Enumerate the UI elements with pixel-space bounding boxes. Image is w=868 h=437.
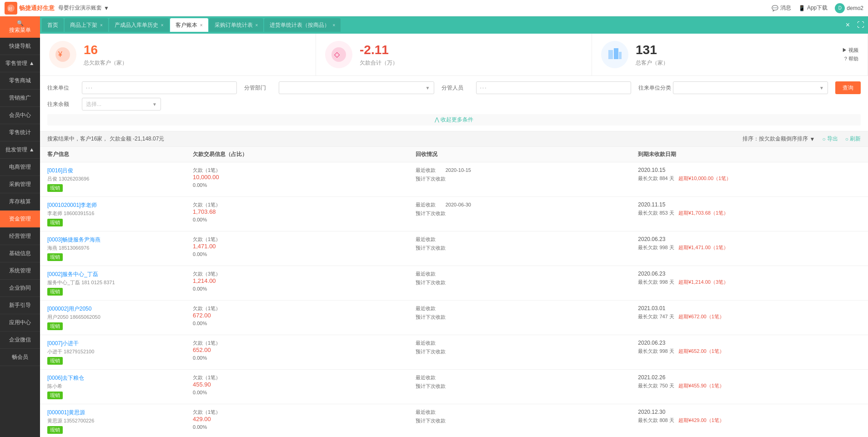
- tab-purchase-stat[interactable]: 进货单统计表（按商品） ×: [264, 18, 341, 32]
- source-unit-input[interactable]: ···: [82, 81, 237, 94]
- debt-info-cell: 欠款（1笔） 429.00 0.00%: [193, 409, 416, 430]
- customer-contact: 李老师 18600391516: [47, 210, 193, 217]
- debt-count: 欠款（3笔）: [193, 271, 416, 277]
- total-customers-label: 总客户（家）: [636, 59, 668, 67]
- overdue-amount-link[interactable]: 超期¥10,000.00（1笔）: [678, 176, 731, 181]
- sidebar-item-retail-mall[interactable]: 零售商城: [0, 72, 40, 90]
- last-collect: 最近收款: [416, 374, 638, 381]
- sidebar-item-system[interactable]: 系统管理: [0, 262, 40, 280]
- export-button[interactable]: ○ 导出: [823, 135, 838, 143]
- app-download-button[interactable]: 📱 App下载: [798, 4, 828, 12]
- overdue-amount-link[interactable]: 超期¥1,471.00（1笔）: [678, 245, 728, 250]
- overdue-amount-link[interactable]: 超期¥672.00（1笔）: [678, 314, 724, 319]
- maximize-button[interactable]: ⛶: [855, 20, 866, 30]
- customer-info-cell: [0006]去下粮仓 陈小希 现销: [47, 374, 193, 399]
- due-date-cell: 2020.11.15 最长欠款 853 天 超期¥1,703.68（1笔）: [638, 201, 861, 216]
- sidebar-item-retail-mgmt[interactable]: 零售管理 ▲: [0, 55, 40, 72]
- overdue-amount-link[interactable]: 超期¥652.00（1笔）: [678, 348, 724, 354]
- mobile-icon: 📱: [798, 5, 805, 11]
- message-button[interactable]: 💬 消息: [772, 4, 791, 12]
- logo-icon: 好: [5, 2, 17, 15]
- filter-source-unit: 往来单位 ···: [47, 81, 237, 94]
- sidebar-label: 企业协同: [9, 285, 31, 291]
- sidebar-label: 零售商城: [9, 77, 31, 84]
- recovery-cell: 最近收款 预计下次收款: [416, 374, 638, 390]
- debt-percent: 0.00%: [193, 286, 416, 291]
- tab-production[interactable]: 产成品入库单历史 ×: [109, 18, 169, 32]
- sidebar-item-quick-nav[interactable]: 快捷导航: [0, 38, 40, 55]
- customer-name-link[interactable]: [0002]服务中心_丁磊: [47, 271, 98, 277]
- recovery-cell: 最近收款 预计下次收款: [416, 340, 638, 355]
- table-row: [000001]黄思源 黄思源 13552700226 现销 欠款（1笔） 42…: [40, 404, 868, 437]
- search-button[interactable]: 查询: [835, 81, 861, 94]
- tab-customer-account[interactable]: 客户账本 ×: [170, 18, 208, 32]
- tab-purchase-order[interactable]: 采购订单统计表 ×: [209, 18, 264, 32]
- export-label: 导出: [827, 135, 838, 143]
- tab-close-icon[interactable]: ×: [200, 23, 203, 28]
- sidebar-item-operation[interactable]: 经营管理: [0, 228, 40, 245]
- sidebar-item-inventory[interactable]: 库存核算: [0, 193, 40, 211]
- customer-name-link[interactable]: [0001020001]李老师: [47, 202, 97, 208]
- collapse-filters-button[interactable]: ⋀ 收起更多条件: [47, 114, 861, 126]
- customer-name-link[interactable]: [0007]小进干: [47, 340, 79, 347]
- user-avatar[interactable]: D demo2: [835, 3, 863, 13]
- due-date-cell: 2021.03.01 最长欠款 747 天 超期¥672.00（1笔）: [638, 305, 861, 320]
- tab-label: 产成品入库单历史: [115, 21, 158, 29]
- overdue-amount-link[interactable]: 超期¥429.00（1笔）: [678, 417, 724, 423]
- overdue-customers-number: 16: [84, 43, 127, 57]
- customer-name-link[interactable]: [0016]吕俊: [47, 167, 73, 174]
- sidebar-item-batch-mgmt[interactable]: 批发管理 ▲: [0, 141, 40, 159]
- sidebar-item-marketing[interactable]: 营销推广: [0, 90, 40, 107]
- sidebar-label: 基础信息: [9, 250, 31, 256]
- help-button[interactable]: ? 帮助: [844, 55, 858, 62]
- view-video-button[interactable]: ▶ 视频: [842, 47, 858, 54]
- tab-close-icon[interactable]: ×: [100, 23, 103, 28]
- dept-input[interactable]: ▼: [279, 81, 434, 94]
- overdue-amount-link[interactable]: 超期¥455.90（1笔）: [678, 383, 724, 388]
- debt-count: 欠款（1笔）: [193, 409, 416, 416]
- refresh-button[interactable]: ○ 刷新: [845, 135, 861, 143]
- message-label: 消息: [780, 4, 791, 12]
- sidebar-item-ecommerce[interactable]: 电商管理: [0, 159, 40, 176]
- filter-unit-category: 往来单位分类 ▼: [638, 81, 828, 94]
- col-header-due: 到期未收款日期: [638, 151, 861, 158]
- sidebar-label: 零售统计: [9, 129, 31, 136]
- sidebar-label: 畅会员: [12, 354, 28, 360]
- tab-close-icon[interactable]: ×: [161, 23, 164, 28]
- close-all-tabs-button[interactable]: ×: [844, 20, 852, 30]
- col-header-debt: 欠款交易信息（占比）: [193, 151, 416, 158]
- customer-name-link[interactable]: [0003]畅捷服务尹海燕: [47, 236, 100, 243]
- sidebar-item-wechat[interactable]: 企业微信: [0, 332, 40, 349]
- sidebar-item-member[interactable]: 会员中心: [0, 107, 40, 124]
- unit-category-input[interactable]: ▼: [673, 81, 828, 94]
- sidebar-item-vip[interactable]: 畅会员: [0, 349, 40, 366]
- sidebar-item-capital[interactable]: 资金管理: [0, 211, 40, 228]
- customer-name-link[interactable]: [000001]黄思源: [47, 409, 85, 416]
- recovery-cell: 最近收款 预计下次收款: [416, 271, 638, 286]
- stat-card-overdue-amount: ◇ -2.11 欠款合计（万）: [316, 34, 592, 75]
- tab-close-icon[interactable]: ×: [332, 23, 335, 28]
- sidebar-item-retail-stat[interactable]: 零售统计: [0, 124, 40, 141]
- manager-input[interactable]: ···: [476, 81, 631, 94]
- sidebar-item-purchase[interactable]: 采购管理: [0, 176, 40, 193]
- customer-name-link[interactable]: [0006]去下粮仓: [47, 375, 84, 381]
- customer-name-link[interactable]: [000002]用户2050: [47, 306, 91, 312]
- last-collect: 最近收款: [416, 236, 638, 243]
- sort-select[interactable]: 排序：按欠款金额倒序排序 ▼: [743, 135, 815, 143]
- tab-products[interactable]: 商品上下架 ×: [65, 18, 108, 32]
- company-select[interactable]: 母婴行业演示账套 ▼: [58, 4, 109, 12]
- total-customers-icon: [601, 41, 628, 68]
- tab-close-icon[interactable]: ×: [256, 23, 258, 28]
- sidebar-item-collab[interactable]: 企业协同: [0, 280, 40, 297]
- overdue-amount-link[interactable]: 超期¥1,703.68（1笔）: [678, 210, 728, 216]
- svg-text:¥: ¥: [58, 50, 62, 58]
- tab-home[interactable]: 首页: [42, 18, 64, 32]
- balance-input[interactable]: 选择... ▼: [82, 98, 161, 111]
- sidebar-item-basic[interactable]: 基础信息: [0, 245, 40, 262]
- customer-contact: 吕俊 13026203696: [47, 176, 193, 182]
- recovery-cell: 最近收款 预计下次收款: [416, 305, 638, 321]
- sidebar-item-app-center[interactable]: 应用中心: [0, 314, 40, 332]
- overdue-amount-link[interactable]: 超期¥1,214.00（3笔）: [678, 279, 728, 285]
- sidebar-item-guide[interactable]: 新手引导: [0, 297, 40, 314]
- sidebar-search[interactable]: 🔍 搜索菜单: [0, 16, 40, 38]
